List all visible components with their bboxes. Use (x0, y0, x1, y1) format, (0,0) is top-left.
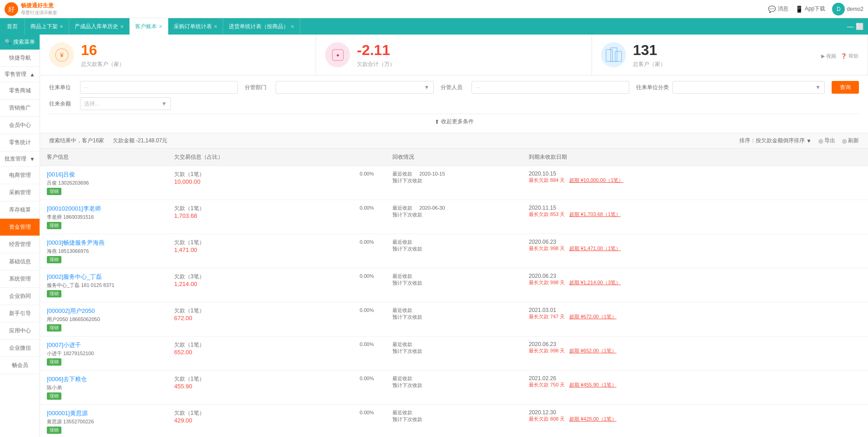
message-btn[interactable]: 💬 消息 (768, 5, 788, 13)
debt-amount-4[interactable]: 672.00 (174, 315, 342, 321)
overdue-info-4: 最长欠款 747 天 超期 ¥672.00（1笔） (529, 313, 861, 320)
next-collect-7: 预计下次收款 (392, 416, 515, 423)
cell-due-date-4: 2021.03.01 最长欠款 747 天 超期 ¥672.00（1笔） (522, 302, 868, 337)
next-collect-6: 预计下次收款 (392, 382, 515, 389)
last-collect-5: 最近收款 (392, 341, 515, 348)
balance-select[interactable]: 选择... ▼ (80, 97, 171, 110)
sidebar-new-guide-label: 新手引导 (9, 310, 31, 316)
next-collect-0: 预计下次收款 (392, 177, 515, 184)
sidebar-item-ops[interactable]: 经营管理 (0, 236, 40, 253)
filter-dept: 分管部门 ▼ (245, 81, 433, 94)
debt-amount-0[interactable]: 10,000.00 (174, 178, 342, 185)
close-stock-tab[interactable]: ✕ (120, 24, 124, 29)
stats-row: ¥ 16 总欠款客户（家） ✦ -2.11 欠款合计（万） (40, 35, 868, 75)
collapse-button[interactable]: ⬆ 收起更多条件 (49, 116, 859, 127)
tab-goods[interactable]: 商品上下架 ✕ (25, 18, 69, 35)
close-goods-tab[interactable]: ✕ (60, 24, 63, 29)
debt-percent-1: 0.00% (360, 205, 374, 211)
sidebar-item-member-plus[interactable]: 畅会员 (0, 357, 40, 374)
export-btn[interactable]: ◎ 导出 (818, 137, 835, 145)
sidebar-item-corp-wechat[interactable]: 企业微信 (0, 340, 40, 357)
tab-stock-stats[interactable]: 进货单统计表（按商品） ✕ (223, 18, 300, 35)
debt-amount-5[interactable]: 652.00 (174, 349, 342, 356)
customer-name-link-3[interactable]: [0002]服务中心_丁磊 (47, 273, 102, 280)
customer-name-link-7[interactable]: [000001]黄思源 (47, 410, 88, 417)
sidebar-item-system[interactable]: 系统管理 (0, 271, 40, 288)
category-chevron-icon: ▼ (815, 84, 821, 90)
overdue-amount-link-0[interactable]: 超期 ¥10,000.00（1笔） (569, 177, 623, 183)
stat-card-debtors: ¥ 16 总欠款客户（家） (40, 35, 316, 75)
close-stock-stats-tab[interactable]: ✕ (291, 24, 294, 29)
customer-name-link-5[interactable]: [0007]小进干 (47, 342, 81, 348)
tab-home[interactable]: 首页 (0, 18, 25, 35)
sidebar-item-member-center[interactable]: 会员中心 (0, 117, 40, 134)
sidebar-item-retail-mgmt[interactable]: 零售管理 ▲ (0, 67, 40, 82)
logo-area: 好 畅捷通好生意 母婴行业演示账套 (5, 2, 86, 16)
sidebar-item-new-guide[interactable]: 新手引导 (0, 305, 40, 322)
tab-stock-history[interactable]: 产成品入库单历史 ✕ (69, 18, 130, 35)
debt-amount-1[interactable]: 1,703.68 (174, 212, 342, 219)
cell-percent-1: 0.00% (349, 200, 386, 234)
sidebar-item-basic-info[interactable]: 基础信息 (0, 253, 40, 271)
overdue-amount-link-3[interactable]: 超期 ¥1,214.00（3笔） (569, 280, 621, 285)
customer-name-link-1[interactable]: [0001020001]李老师 (47, 205, 101, 212)
stat-label-debtors: 总欠款客户（家） (81, 60, 125, 68)
dept-input[interactable]: ▼ (276, 81, 433, 94)
sidebar-item-marketing[interactable]: 营销推广 (0, 100, 40, 117)
sidebar-item-retail-mall[interactable]: 零售商城 (0, 82, 40, 100)
debt-amount-7[interactable]: 429.00 (174, 417, 342, 424)
table-header-row: 客户信息 欠交易信息（占比） 回收情况 到期未收款日期 (40, 149, 868, 166)
sort-text: 排序：按欠款金额倒序排序 (739, 137, 805, 145)
customer-name-link-4[interactable]: [000002]用户2050 (47, 307, 95, 314)
last-collect-0: 最近收款 2020-10-15 (392, 171, 515, 177)
sidebar-retail-stats-label: 零售统计 (9, 139, 31, 146)
sidebar-search[interactable]: 🔍 搜索菜单 (0, 35, 40, 50)
sidebar-item-purchase[interactable]: 采购管理 (0, 184, 40, 201)
table-row: [0003]畅捷服务尹海燕 海燕 18513066976 现销 欠款（1笔） 1… (40, 234, 868, 268)
close-purchase-tab[interactable]: ✕ (214, 24, 217, 29)
sidebar-item-corp-coop[interactable]: 企业协同 (0, 288, 40, 305)
user-profile-btn[interactable]: D demo2 (832, 3, 863, 15)
main-layout: 🔍 搜索菜单 快捷导航 零售管理 ▲ 零售商城 营销推广 会员中心 零售统计 批… (0, 35, 868, 437)
next-collect-2: 预计下次收款 (392, 246, 515, 252)
person-input[interactable]: ··· (472, 81, 629, 94)
customer-name-link-0[interactable]: [0016]吕俊 (47, 171, 75, 178)
refresh-btn[interactable]: ◎ 刷新 (842, 137, 859, 145)
result-amount-text: 欠款金额 -21,148.07元 (113, 137, 168, 144)
overdue-amount-link-4[interactable]: 超期 ¥672.00（1笔） (569, 314, 617, 319)
customer-phone-0: 吕俊 13026203696 (47, 180, 161, 186)
maximize-icon[interactable]: ⬜ (856, 23, 863, 30)
customer-name-link-6[interactable]: [0006]去下粮仓 (47, 376, 87, 382)
debt-amount-6[interactable]: 455.90 (174, 383, 342, 390)
close-customer-tab[interactable]: ✕ (159, 24, 162, 29)
sidebar-item-batch-mgmt[interactable]: 批发管理 ▼ (0, 151, 40, 167)
overdue-amount-link-1[interactable]: 超期 ¥1,703.68（1笔） (569, 211, 621, 217)
stat-text-total-customers: 131 总客户（家） (633, 42, 666, 68)
sidebar-item-ecommerce[interactable]: 电商管理 (0, 167, 40, 184)
query-button[interactable]: 查询 (832, 81, 859, 94)
overdue-amount-link-2[interactable]: 超期 ¥1,471.00（1笔） (569, 246, 621, 251)
minimize-icon[interactable]: — (847, 23, 853, 30)
source-unit-input[interactable]: ··· (80, 81, 238, 94)
sidebar-item-finance[interactable]: 资金管理 (0, 219, 40, 236)
app-download-btn[interactable]: 📱 App下载 (795, 5, 825, 13)
video-btn[interactable]: ▶ 视频 (821, 53, 836, 60)
debt-amount-2[interactable]: 1,471.00 (174, 246, 342, 253)
sidebar-item-app-center[interactable]: 应用中心 (0, 322, 40, 340)
sidebar-item-inventory[interactable]: 库存核算 (0, 201, 40, 219)
debt-amount-3[interactable]: 1,214.00 (174, 281, 342, 287)
sidebar-item-quick-nav[interactable]: 快捷导航 (0, 50, 40, 67)
overdue-amount-link-7[interactable]: 超期 ¥429.00（1笔） (569, 416, 617, 422)
due-date-6: 2021.02.26 (529, 375, 861, 382)
tab-customer-account[interactable]: 客户账本 ✕ (130, 18, 168, 35)
sidebar-item-retail-stats[interactable]: 零售统计 (0, 134, 40, 151)
cell-due-date-6: 2021.02.26 最长欠款 750 天 超期 ¥455.90（1笔） (522, 371, 868, 405)
overdue-amount-link-6[interactable]: 超期 ¥455.90（1笔） (569, 382, 617, 387)
overdue-amount-link-5[interactable]: 超期 ¥652.00（1笔） (569, 348, 617, 353)
cell-collect-5: 最近收款 预计下次收款 (386, 337, 522, 371)
next-collect-1: 预计下次收款 (392, 211, 515, 218)
customer-name-link-2[interactable]: [0003]畅捷服务尹海燕 (47, 239, 105, 246)
help-btn[interactable]: ❓ 帮助 (841, 53, 858, 60)
tab-purchase-stats[interactable]: 采购订单统计表 ✕ (168, 18, 223, 35)
category-input[interactable]: ▼ (672, 81, 825, 94)
